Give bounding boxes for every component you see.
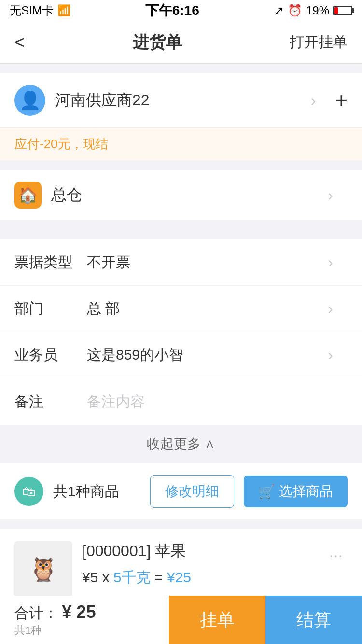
- note-label: 备注: [14, 392, 82, 412]
- dept-label: 部门: [14, 299, 82, 319]
- location-icon: ↗: [274, 4, 284, 17]
- product-icon: 🛍: [14, 477, 43, 506]
- supplier-chevron-icon: ›: [311, 92, 316, 110]
- cart-icon: 🛒: [258, 484, 275, 500]
- checkout-button[interactable]: 结算: [265, 596, 362, 644]
- status-left: 无SIM卡 📶: [10, 3, 70, 18]
- dept-row[interactable]: 部门 总 部 ›: [0, 286, 362, 332]
- supplier-row[interactable]: 👤 河南供应商22 › +: [0, 73, 362, 128]
- note-row[interactable]: 备注 备注内容: [0, 378, 362, 425]
- product-price: ¥5 x 5千克 = ¥25: [82, 568, 324, 588]
- salesperson-value: 这是859的小智: [82, 345, 328, 365]
- warehouse-row[interactable]: 🏠 总仓 ›: [0, 170, 362, 220]
- salesperson-row[interactable]: 业务员 这是859的小智 ›: [0, 332, 362, 378]
- supplier-name: 河南供应商22: [55, 90, 311, 111]
- supplier-section: 👤 河南供应商22 › + 应付-20元，现结: [0, 73, 362, 160]
- total-main: 合计： ¥ 25: [14, 602, 169, 623]
- warehouse-name: 总仓: [51, 184, 328, 206]
- battery-icon: [333, 6, 352, 15]
- ticket-row[interactable]: 票据类型 不开票 ›: [0, 239, 362, 286]
- form-section: 票据类型 不开票 › 部门 总 部 › 业务员 这是859的小智 › 备注 备注…: [0, 239, 362, 425]
- ticket-label: 票据类型: [14, 252, 82, 272]
- product-count: 共1种商品: [53, 482, 140, 502]
- dept-value: 总 部: [82, 299, 328, 319]
- product-total: ¥25: [167, 569, 191, 585]
- alarm-icon: ⏰: [288, 4, 302, 17]
- total-sub: 共1种: [14, 623, 169, 638]
- collapse-button[interactable]: 收起更多 ∧: [0, 425, 362, 463]
- collapse-label: 收起更多 ∧: [147, 435, 216, 453]
- total-label: 合计：: [14, 605, 58, 621]
- dept-chevron-icon: ›: [328, 300, 333, 318]
- product-qty: 5千克: [113, 569, 151, 585]
- warehouse-icon: 🏠: [14, 182, 42, 209]
- edit-detail-button[interactable]: 修改明细: [150, 475, 234, 508]
- select-product-button[interactable]: 🛒 选择商品: [244, 476, 348, 507]
- supplier-avatar: 👤: [14, 85, 45, 116]
- status-time: 下午6:16: [145, 1, 199, 20]
- back-button[interactable]: <: [14, 32, 25, 53]
- wifi-icon: 📶: [57, 4, 70, 17]
- open-hang-button[interactable]: 打开挂单: [290, 32, 348, 52]
- salesperson-label: 业务员: [14, 345, 82, 365]
- divider-3: [0, 220, 362, 230]
- warehouse-section: 🏠 总仓 ›: [0, 170, 362, 220]
- bottom-bar: 合计： ¥ 25 共1种 挂单 结算: [0, 596, 362, 644]
- product-code: [0000001]: [82, 542, 151, 560]
- product-title: 苹果: [155, 542, 186, 560]
- product-thumbnail: 🦉: [14, 541, 72, 599]
- status-bar: 无SIM卡 📶 下午6:16 ↗ ⏰ 19%: [0, 0, 362, 21]
- status-right: ↗ ⏰ 19%: [274, 4, 352, 17]
- total-amount: ¥ 25: [62, 602, 96, 622]
- supplier-alert: 应付-20元，现结: [0, 128, 362, 160]
- ticket-chevron-icon: ›: [328, 253, 333, 271]
- owl-icon: 🦉: [29, 556, 58, 583]
- divider-2: [0, 160, 362, 170]
- warehouse-chevron-icon: ›: [328, 186, 333, 204]
- page-title: 进货单: [133, 31, 182, 54]
- carrier-text: 无SIM卡: [10, 3, 54, 18]
- note-placeholder[interactable]: 备注内容: [82, 392, 348, 412]
- add-button[interactable]: +: [330, 88, 348, 112]
- total-section: 合计： ¥ 25 共1种: [0, 596, 169, 644]
- product-more-button[interactable]: ···: [324, 541, 348, 569]
- salesperson-chevron-icon: ›: [328, 346, 333, 364]
- product-name: [0000001] 苹果: [82, 541, 324, 562]
- hang-button[interactable]: 挂单: [169, 596, 265, 644]
- nav-bar: < 进货单 打开挂单: [0, 21, 362, 64]
- product-header: 🛍 共1种商品 修改明细 🛒 选择商品: [0, 463, 362, 519]
- ticket-value: 不开票: [82, 252, 328, 272]
- battery-percent: 19%: [306, 4, 329, 17]
- unit-price: ¥5: [82, 569, 98, 585]
- product-info: [0000001] 苹果 ¥5 x 5千克 = ¥25: [82, 541, 324, 588]
- divider-1: [0, 64, 362, 73]
